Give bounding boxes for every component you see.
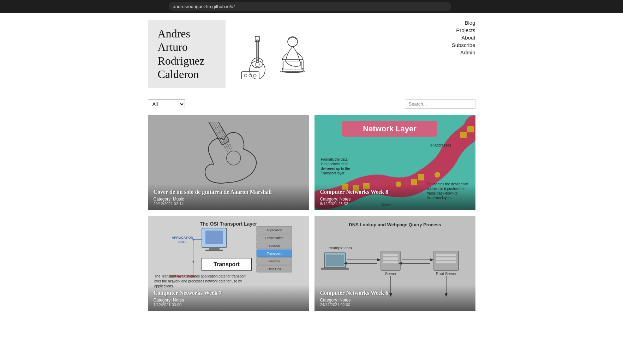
svg-text:Transport layer: Transport layer [321, 171, 345, 175]
nav-admin[interactable]: Admin [460, 49, 475, 55]
svg-text:Server: Server [385, 271, 396, 276]
browser-address-bar: andresrodriguez55.github.io/#/ [0, 0, 623, 13]
svg-text:Network Layer: Network Layer [363, 124, 417, 133]
svg-line-23 [213, 122, 232, 149]
svg-text:Formats the data: Formats the data [321, 157, 348, 161]
svg-rect-54 [205, 231, 223, 244]
header-illustration-svg [236, 29, 314, 79]
transport-card-overlay: Computer Networks Week 7 Category: Notes… [148, 285, 309, 311]
guitar-card-date: 20/12/2021 02:14 [154, 202, 303, 206]
category-filter[interactable]: All Music Notes Projects [148, 99, 185, 109]
svg-text:delivered up to the: delivered up to the [321, 167, 350, 171]
guitar-card-category: Category: Music [154, 197, 303, 202]
dns-card-overlay: Computer Networks Week 6 Category: Notes… [315, 285, 475, 311]
svg-text:IP Addresses: IP Addresses [430, 143, 451, 147]
svg-text:APPLICATION: APPLICATION [172, 236, 193, 239]
svg-text:Transport: Transport [214, 261, 240, 267]
svg-point-7 [255, 62, 259, 67]
svg-point-38 [435, 172, 440, 178]
svg-text:DNS Lookup and Webpage Query P: DNS Lookup and Webpage Query Process [349, 222, 441, 227]
nav-subscribe[interactable]: Subscribe [452, 42, 475, 48]
dns-card-title: Computer Networks Week 6 [320, 290, 470, 296]
svg-text:example.com: example.com [329, 246, 352, 250]
svg-text:The OSI Transport Layer: The OSI Transport Layer [199, 221, 257, 227]
network-card-title: Computer Networks Week 8 [320, 189, 470, 195]
nav-blog[interactable]: Blog [465, 20, 475, 26]
url-text: andresrodriguez55.github.io/#/ [173, 4, 235, 9]
svg-text:Presentation: Presentation [265, 236, 283, 240]
network-card-overlay: Computer Networks Week 8 Category: Notes… [315, 184, 475, 210]
svg-point-9 [244, 74, 247, 77]
svg-text:Application: Application [266, 228, 282, 232]
blog-card-network[interactable]: Network Layer Formats the data into pack… [315, 115, 475, 210]
transport-card-title: Computer Networks Week 7 [154, 290, 303, 296]
site-header: Andres Arturo Rodriguez Calderon [148, 13, 475, 92]
svg-rect-34 [418, 174, 424, 180]
svg-text:DATA: DATA [178, 240, 187, 244]
svg-text:Network: Network [268, 259, 280, 263]
svg-rect-56 [205, 250, 223, 251]
svg-text:Root Server: Root Server [436, 271, 456, 276]
svg-text:Transport: Transport [267, 252, 282, 255]
svg-rect-92 [383, 261, 398, 263]
blog-card-guitar[interactable]: Cover de un solo de guitarra de Aaaron M… [148, 115, 309, 210]
blog-card-dns[interactable]: DNS Lookup and Webpage Query Process exa… [315, 216, 475, 311]
url-bar[interactable]: andresrodriguez55.github.io/#/ [169, 2, 451, 11]
search-input[interactable] [405, 99, 475, 109]
svg-rect-84 [321, 268, 349, 270]
svg-text:into packets to be: into packets to be [321, 162, 349, 166]
svg-text:Data Link: Data Link [267, 267, 281, 271]
svg-rect-90 [383, 254, 398, 256]
page-wrapper: Andres Arturo Rodriguez Calderon [142, 13, 481, 311]
blog-grid: Cover de un solo de guitarra de Aaaron M… [148, 115, 475, 311]
svg-point-12 [288, 37, 298, 47]
network-card-category: Category: Notes [320, 197, 470, 202]
blog-card-transport[interactable]: The OSI Transport Layer Application Pres… [148, 216, 309, 311]
network-card-date: 8/12/2021 23:32 [320, 202, 470, 206]
svg-rect-100 [436, 257, 456, 260]
site-title: Andres Arturo Rodriguez Calderon [158, 27, 216, 81]
svg-point-11 [253, 74, 256, 77]
svg-rect-55 [209, 247, 220, 250]
svg-point-17 [224, 148, 243, 168]
filter-bar: All Music Notes Projects [148, 92, 475, 115]
svg-text:Session: Session [268, 244, 280, 247]
svg-rect-3 [255, 36, 259, 42]
guitar-card-overlay: Cover de un solo de guitarra de Aaaron M… [148, 184, 309, 210]
svg-rect-36 [467, 126, 474, 132]
transport-card-date: 1/12/2021 03:00 [154, 303, 303, 307]
guitar-card-title: Cover de un solo de guitarra de Aaaron M… [154, 189, 303, 195]
dns-card-category: Category: Notes [320, 298, 470, 303]
svg-rect-83 [326, 255, 344, 266]
svg-rect-8 [241, 72, 259, 79]
svg-rect-91 [383, 257, 398, 260]
nav-about[interactable]: About [461, 35, 475, 41]
site-nav: Blog Projects About Subscribe Admin [452, 20, 475, 55]
nav-projects[interactable]: Projects [456, 27, 475, 33]
svg-rect-99 [436, 254, 456, 256]
svg-rect-35 [460, 132, 467, 138]
transport-card-category: Category: Notes [154, 298, 303, 303]
header-illustration [226, 20, 475, 88]
svg-rect-101 [436, 261, 456, 263]
site-title-block: Andres Arturo Rodriguez Calderon [148, 20, 226, 88]
dns-card-date: 24/11/2021 02:00 [320, 303, 470, 307]
svg-rect-2 [256, 40, 258, 63]
